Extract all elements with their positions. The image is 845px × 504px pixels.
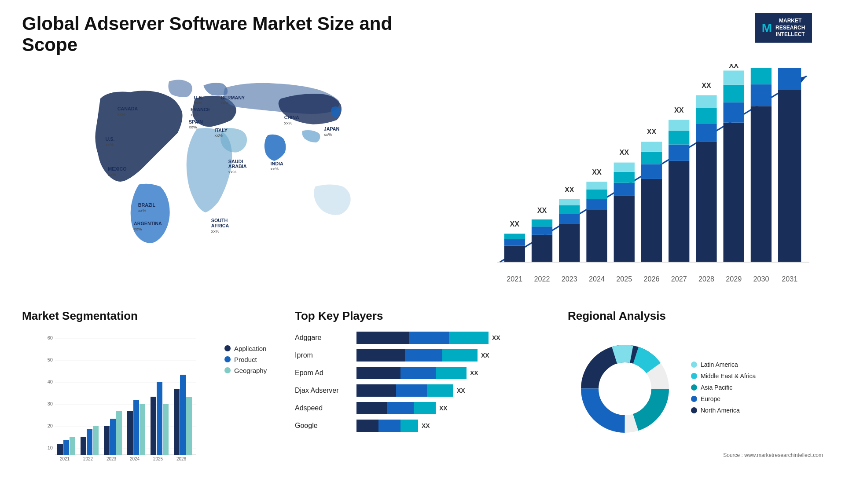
logo-letter: M: [762, 19, 772, 37]
svg-rect-75: [696, 124, 716, 142]
svg-text:XX: XX: [729, 64, 738, 69]
svg-rect-80: [723, 123, 744, 262]
player-name-djax: Djax Adserver: [295, 387, 352, 394]
world-map: CANADA xx% U.S. xx% MEXICO xx% BRAZIL xx…: [22, 64, 449, 249]
svg-text:INDIA: INDIA: [271, 161, 283, 166]
svg-text:FRANCE: FRANCE: [191, 107, 210, 112]
svg-text:2026: 2026: [176, 457, 187, 461]
svg-text:XX: XX: [537, 206, 547, 214]
svg-text:CANADA: CANADA: [118, 106, 138, 111]
legend-label-product: Product: [234, 356, 257, 363]
svg-rect-131: [186, 397, 192, 455]
legend-europe: Europe: [691, 395, 756, 402]
svg-rect-83: [723, 70, 744, 84]
player-xx-djax: XX: [457, 387, 465, 394]
svg-text:XX: XX: [565, 186, 574, 194]
player-name-epom: Epom Ad: [295, 369, 352, 377]
dot-asia-pacific: [691, 384, 697, 391]
svg-text:xx%: xx%: [211, 229, 220, 234]
svg-rect-123: [140, 404, 145, 455]
segmentation-legend: Application Product Geography: [224, 332, 277, 378]
svg-text:SAUDI: SAUDI: [228, 159, 243, 164]
svg-text:xx%: xx%: [220, 100, 229, 105]
regional-legend: Latin America Middle East & Africa Asia …: [691, 361, 756, 418]
players-list: Adggare XX Iprom: [295, 332, 550, 432]
svg-text:2022: 2022: [534, 275, 550, 283]
label-mea: Middle East & Africa: [701, 373, 756, 380]
map-section: CANADA xx% U.S. xx% MEXICO xx% BRAZIL xx…: [22, 64, 449, 296]
svg-rect-110: [63, 440, 69, 455]
svg-rect-34: [504, 246, 525, 262]
player-name-google: Google: [295, 422, 352, 430]
svg-rect-57: [614, 183, 635, 196]
player-name-adggare: Adggare: [295, 334, 352, 342]
legend-label-application: Application: [234, 345, 266, 352]
svg-rect-129: [174, 389, 180, 455]
player-bar-adspeed: XX: [356, 402, 550, 414]
regional-section: Regional Analysis: [568, 309, 823, 464]
svg-rect-45: [559, 214, 580, 224]
svg-rect-119: [116, 411, 122, 455]
svg-text:xx%: xx%: [105, 142, 114, 147]
svg-text:20: 20: [48, 423, 53, 428]
svg-text:2029: 2029: [726, 275, 742, 283]
svg-text:2025: 2025: [616, 275, 632, 283]
svg-text:2024: 2024: [130, 457, 140, 461]
player-row-google: Google XX: [295, 420, 550, 432]
svg-rect-56: [614, 195, 635, 262]
players-title: Top Key Players: [295, 309, 550, 323]
svg-text:AFRICA: AFRICA: [211, 223, 229, 228]
svg-text:2022: 2022: [83, 457, 93, 461]
svg-rect-126: [157, 382, 162, 455]
svg-text:XX: XX: [702, 81, 711, 89]
svg-rect-92: [778, 68, 801, 90]
svg-rect-114: [87, 429, 92, 455]
legend-dot-product: [224, 356, 231, 362]
svg-text:xx%: xx%: [134, 226, 142, 231]
dot-latin-america: [691, 362, 697, 368]
svg-text:2021: 2021: [60, 457, 70, 461]
svg-text:60: 60: [48, 335, 53, 340]
svg-text:xx%: xx%: [108, 172, 116, 177]
svg-rect-88: [751, 68, 772, 84]
player-xx-iprom: XX: [481, 352, 489, 359]
svg-text:2026: 2026: [643, 275, 659, 283]
dot-mea: [691, 373, 697, 379]
svg-rect-65: [641, 142, 662, 151]
svg-text:xx%: xx%: [284, 121, 293, 125]
svg-rect-52: [586, 190, 607, 199]
svg-text:xx%: xx%: [271, 166, 279, 171]
svg-rect-35: [504, 239, 525, 246]
svg-text:ITALY: ITALY: [215, 128, 228, 133]
svg-point-139: [599, 363, 650, 414]
dot-europe: [691, 396, 697, 402]
player-row-iprom: Iprom XX: [295, 349, 550, 362]
svg-text:40: 40: [48, 379, 53, 384]
player-xx-epom: XX: [470, 369, 478, 376]
svg-text:XX: XX: [592, 168, 602, 176]
legend-product: Product: [224, 356, 277, 363]
svg-text:xx%: xx%: [215, 133, 223, 138]
svg-rect-46: [559, 205, 580, 214]
legend-dot-geography: [224, 367, 231, 373]
legend-north-america: North America: [691, 407, 756, 414]
svg-text:ARABIA: ARABIA: [228, 164, 247, 169]
player-xx-adggare: XX: [492, 334, 500, 341]
label-europe: Europe: [701, 395, 720, 402]
svg-rect-70: [669, 131, 689, 144]
svg-text:xx%: xx%: [324, 132, 332, 137]
label-north-america: North America: [701, 407, 740, 414]
svg-text:2023: 2023: [107, 457, 117, 461]
page-header: Global Adserver Software Market Size and…: [22, 13, 823, 55]
donut-chart: [568, 332, 682, 448]
svg-rect-113: [81, 437, 86, 455]
svg-text:U.K.: U.K.: [194, 95, 203, 100]
svg-rect-122: [133, 400, 139, 455]
legend-application: Application: [224, 345, 277, 352]
svg-rect-130: [180, 375, 186, 455]
legend-mea: Middle East & Africa: [691, 373, 756, 380]
segmentation-chart: 60 50 40 30 20 10: [22, 332, 216, 464]
player-name-adspeed: Adspeed: [295, 404, 352, 412]
svg-text:2023: 2023: [562, 275, 577, 283]
svg-text:GERMANY: GERMANY: [220, 95, 245, 100]
